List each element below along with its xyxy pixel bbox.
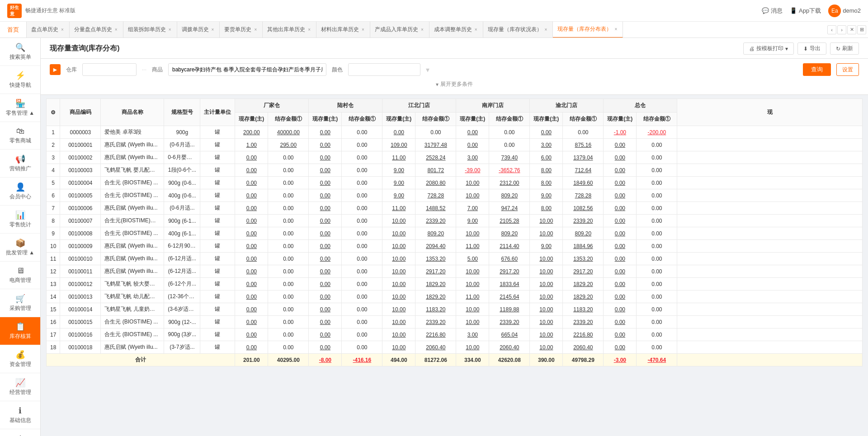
row-qty-0[interactable]: 0.00 xyxy=(235,341,268,354)
row-amt-5[interactable]: 0.00 xyxy=(637,227,677,240)
row-amt-4[interactable]: 1082.56 xyxy=(563,202,604,215)
row-amt-3[interactable]: 739.40 xyxy=(489,151,530,164)
sidebar-item-operation[interactable]: 📈经营管理 xyxy=(0,373,40,401)
row-amt-5[interactable]: 0.00 xyxy=(637,177,677,189)
row-qty-3[interactable]: 10.00 xyxy=(456,316,489,328)
row-qty-4[interactable]: 6.00 xyxy=(530,151,563,164)
row-amt-5[interactable]: 0.00 xyxy=(637,316,677,328)
sidebar-item-retail-shop[interactable]: 🛍零售商城 xyxy=(0,122,40,150)
row-qty-5[interactable]: 0.00 xyxy=(604,215,637,227)
row-qty-2[interactable]: 10.00 xyxy=(382,215,415,227)
row-amt-5[interactable]: 0.00 xyxy=(637,278,677,291)
sidebar-item-ecommerce[interactable]: 🖥电商管理 xyxy=(0,262,40,289)
row-amt-5[interactable]: 0.00 xyxy=(637,202,677,215)
sidebar-item-retail-mgmt[interactable]: 🏪零售管理 ▲ xyxy=(0,94,40,122)
sidebar-item-purchase[interactable]: 🛒采购管理 xyxy=(0,289,40,317)
row-amt-5[interactable]: 0.00 xyxy=(637,265,677,278)
row-qty-1[interactable]: 0.00 xyxy=(309,164,342,177)
row-amt-0[interactable]: 0.00 xyxy=(268,177,309,189)
row-qty-3[interactable]: 10.00 xyxy=(456,341,489,354)
row-amt-1[interactable]: 0.00 xyxy=(342,202,382,215)
row-amt-0[interactable]: 0.00 xyxy=(268,189,309,202)
row-amt-2[interactable]: 2216.80 xyxy=(415,328,456,341)
row-amt-5[interactable]: 0.00 xyxy=(637,139,677,151)
row-amt-3[interactable]: 1833.64 xyxy=(489,278,530,291)
row-amt-1[interactable]: 0.00 xyxy=(342,253,382,265)
row-amt-0[interactable]: 0.00 xyxy=(268,240,309,253)
expand-conditions-row[interactable]: ▾ 展开更多条件 xyxy=(50,79,859,90)
row-qty-5[interactable]: 0.00 xyxy=(604,240,637,253)
row-qty-0[interactable]: 0.00 xyxy=(235,177,268,189)
row-qty-3[interactable]: 3.00 xyxy=(456,151,489,164)
tab-close-inventory_count[interactable]: × xyxy=(60,27,65,33)
tab-close-btn[interactable]: ✕ xyxy=(847,25,856,34)
row-amt-2[interactable]: 1829.20 xyxy=(415,278,456,291)
row-amt-3[interactable]: 2145.64 xyxy=(489,291,530,303)
tab-next-btn[interactable]: › xyxy=(837,25,846,34)
row-qty-2[interactable]: 10.00 xyxy=(382,316,415,328)
warehouse-input[interactable] xyxy=(82,63,137,76)
tab-transfer[interactable]: 调拨单历史× xyxy=(177,22,220,38)
row-amt-0[interactable]: 295.00 xyxy=(268,139,309,151)
tab-close-product_in[interactable]: × xyxy=(420,27,425,33)
tab-close-combo[interactable]: × xyxy=(168,27,172,33)
row-qty-2[interactable]: 0.00 xyxy=(382,126,415,139)
row-qty-0[interactable]: 1.00 xyxy=(235,139,268,151)
row-amt-1[interactable]: 0.00 xyxy=(342,328,382,341)
row-amt-2[interactable]: 2339.20 xyxy=(415,215,456,227)
row-amt-0[interactable]: 0.00 xyxy=(268,316,309,328)
sidebar-item-finance[interactable]: 💰资金管理 xyxy=(0,345,40,373)
row-qty-2[interactable]: 10.00 xyxy=(382,303,415,316)
row-amt-0[interactable]: 0.00 xyxy=(268,151,309,164)
row-qty-3[interactable]: 10.00 xyxy=(456,189,489,202)
row-amt-2[interactable]: 728.28 xyxy=(415,189,456,202)
row-qty-4[interactable]: 8.00 xyxy=(530,164,563,177)
row-qty-3[interactable]: 0.00 xyxy=(456,139,489,151)
row-qty-5[interactable]: 0.00 xyxy=(604,303,637,316)
row-qty-4[interactable]: 10.00 xyxy=(530,227,563,240)
row-qty-3[interactable]: 3.00 xyxy=(456,328,489,341)
row-amt-3[interactable]: 0.00 xyxy=(489,139,530,151)
row-qty-2[interactable]: 9.00 xyxy=(382,189,415,202)
row-amt-5[interactable]: 0.00 xyxy=(637,341,677,354)
row-amt-4[interactable]: 2917.20 xyxy=(563,265,604,278)
row-qty-0[interactable]: 0.00 xyxy=(235,278,268,291)
row-qty-0[interactable]: 0.00 xyxy=(235,253,268,265)
row-qty-4[interactable]: 10.00 xyxy=(530,328,563,341)
row-qty-0[interactable]: 0.00 xyxy=(235,328,268,341)
row-qty-0[interactable]: 0.00 xyxy=(235,303,268,316)
row-qty-4[interactable]: 10.00 xyxy=(530,291,563,303)
row-qty-5[interactable]: 0.00 xyxy=(604,177,637,189)
row-qty-3[interactable]: 5.00 xyxy=(456,253,489,265)
row-qty-0[interactable]: 0.00 xyxy=(235,151,268,164)
row-qty-0[interactable]: 0.00 xyxy=(235,291,268,303)
row-amt-5[interactable]: 0.00 xyxy=(637,303,677,316)
row-amt-1[interactable]: 0.00 xyxy=(342,164,382,177)
row-amt-1[interactable]: 0.00 xyxy=(342,151,382,164)
row-qty-0[interactable]: 0.00 xyxy=(235,240,268,253)
row-qty-4[interactable]: 8.00 xyxy=(530,202,563,215)
row-qty-3[interactable]: 11.00 xyxy=(456,240,489,253)
row-qty-4[interactable]: 3.00 xyxy=(530,139,563,151)
tab-material_out[interactable]: 材料出库单历史× xyxy=(316,22,370,38)
row-qty-1[interactable]: 0.00 xyxy=(309,253,342,265)
row-qty-2[interactable]: 9.00 xyxy=(382,177,415,189)
row-amt-4[interactable]: 1849.60 xyxy=(563,177,604,189)
row-amt-0[interactable]: 40000.00 xyxy=(268,126,309,139)
tab-close-requisition[interactable]: × xyxy=(253,27,258,33)
tab-close-transfer[interactable]: × xyxy=(211,27,215,33)
row-amt-1[interactable]: 0.00 xyxy=(342,278,382,291)
row-amt-3[interactable]: 2312.00 xyxy=(489,177,530,189)
row-amt-1[interactable]: 0.00 xyxy=(342,265,382,278)
row-amt-2[interactable]: 2060.40 xyxy=(415,341,456,354)
row-qty-1[interactable]: 0.00 xyxy=(309,177,342,189)
row-amt-3[interactable]: 2917.20 xyxy=(489,265,530,278)
row-qty-2[interactable]: 9.00 xyxy=(382,164,415,177)
row-qty-0[interactable]: 0.00 xyxy=(235,215,268,227)
sidebar-item-nav[interactable]: ⚡快捷导航 xyxy=(0,66,40,94)
row-amt-1[interactable]: 0.00 xyxy=(342,240,382,253)
row-qty-3[interactable]: 10.00 xyxy=(456,265,489,278)
row-qty-2[interactable]: 10.00 xyxy=(382,328,415,341)
row-qty-1[interactable]: 0.00 xyxy=(309,189,342,202)
row-amt-4[interactable]: 809.20 xyxy=(563,227,604,240)
